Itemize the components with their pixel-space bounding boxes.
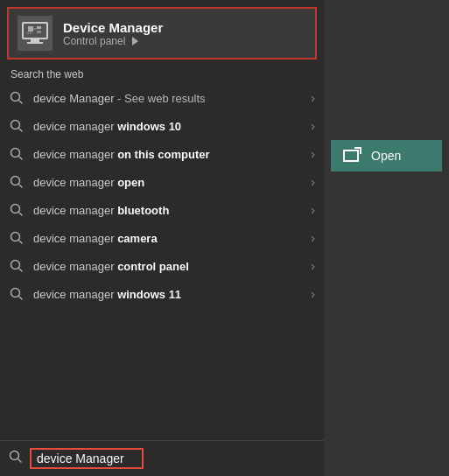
top-result[interactable]: Device Manager Control panel — [7, 7, 317, 60]
search-icon — [9, 258, 25, 274]
section-label: Search the web — [0, 60, 324, 84]
svg-point-17 — [11, 205, 20, 214]
search-item-text: device manager windows 10 — [33, 120, 302, 133]
top-result-text: Device Manager Control panel — [63, 20, 163, 47]
search-icon — [9, 286, 25, 302]
search-icon — [9, 202, 25, 218]
top-result-title: Device Manager — [63, 20, 163, 35]
search-bar-icon — [9, 450, 23, 467]
chevron-right-icon: › — [311, 287, 315, 301]
chevron-right-icon: › — [311, 91, 315, 105]
svg-rect-0 — [23, 23, 47, 38]
svg-rect-3 — [28, 26, 33, 32]
search-panel: Device Manager Control panel Search the … — [0, 0, 324, 476]
list-item[interactable]: device Manager - See web results › — [0, 84, 324, 112]
chevron-right-icon: › — [311, 175, 315, 189]
svg-point-23 — [11, 289, 20, 298]
svg-point-21 — [11, 261, 20, 270]
list-item[interactable]: device manager windows 11 › — [0, 280, 324, 308]
svg-point-19 — [11, 233, 20, 242]
chevron-right-icon: › — [311, 231, 315, 245]
list-item[interactable]: device manager on this computer › — [0, 140, 324, 168]
search-item-text: device manager control panel — [33, 260, 302, 273]
search-item-text: device manager windows 11 — [33, 288, 302, 301]
chevron-right-icon: › — [311, 147, 315, 161]
svg-line-24 — [19, 297, 23, 300]
svg-rect-1 — [31, 38, 39, 42]
open-icon — [343, 150, 359, 162]
svg-point-13 — [11, 149, 20, 158]
list-item[interactable]: device manager bluetooth › — [0, 196, 324, 224]
search-icon — [9, 118, 25, 134]
svg-rect-2 — [27, 42, 43, 44]
svg-line-12 — [19, 129, 23, 132]
svg-line-22 — [19, 269, 23, 272]
search-item-text: device manager on this computer — [33, 148, 302, 161]
right-panel: Open — [324, 0, 449, 476]
svg-line-20 — [19, 241, 23, 244]
search-icon — [9, 174, 25, 190]
device-manager-icon — [18, 16, 53, 51]
svg-point-9 — [11, 93, 20, 102]
svg-rect-4 — [37, 26, 41, 29]
top-result-subtitle: Control panel — [63, 35, 163, 47]
search-item-text: device manager camera — [33, 232, 302, 245]
search-bar — [0, 440, 324, 476]
chevron-right-icon: › — [311, 119, 315, 133]
svg-line-26 — [18, 459, 22, 463]
svg-line-18 — [19, 213, 23, 216]
search-input[interactable] — [30, 448, 144, 469]
search-item-text: device manager bluetooth — [33, 204, 302, 217]
search-item-text: device manager open — [33, 176, 302, 189]
svg-line-16 — [19, 185, 23, 188]
search-item-text: device Manager - See web results — [33, 92, 302, 105]
svg-line-14 — [19, 157, 23, 160]
search-icon — [9, 90, 25, 106]
list-item[interactable]: device manager windows 10 › — [0, 112, 324, 140]
list-item[interactable]: device manager open › — [0, 168, 324, 196]
svg-point-11 — [11, 121, 20, 130]
svg-line-10 — [19, 101, 23, 104]
svg-point-25 — [11, 452, 19, 460]
svg-rect-5 — [37, 31, 41, 33]
list-item[interactable]: device manager camera › — [0, 224, 324, 252]
chevron-right-icon: › — [311, 259, 315, 273]
search-items-list: device Manager - See web results › devic… — [0, 84, 324, 440]
cursor-arrow-icon — [132, 37, 138, 46]
search-icon — [9, 146, 25, 162]
search-icon — [9, 230, 25, 246]
chevron-right-icon: › — [311, 203, 315, 217]
open-button[interactable]: Open — [331, 140, 442, 172]
svg-point-15 — [11, 177, 20, 186]
list-item[interactable]: device manager control panel › — [0, 252, 324, 280]
